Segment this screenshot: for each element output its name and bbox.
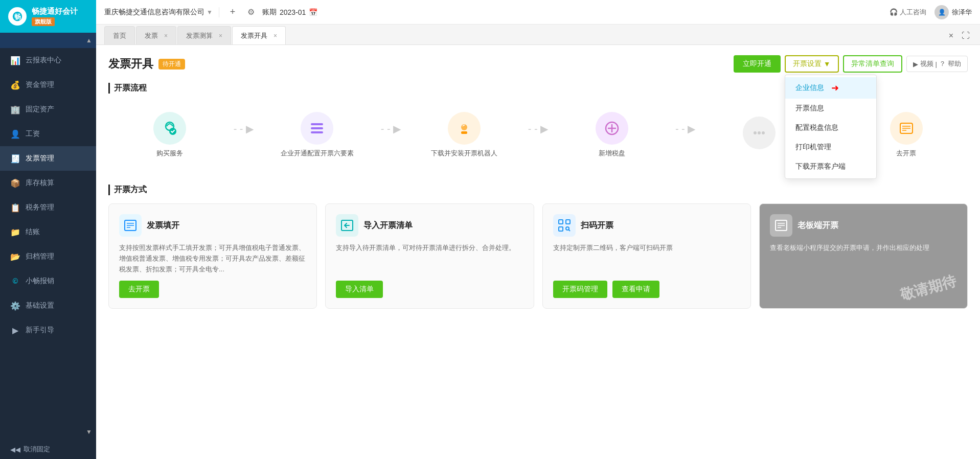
consult-label: 人工咨询	[900, 8, 926, 17]
header-user[interactable]: 👤 徐泽华	[935, 5, 972, 19]
sidebar-item-inventory[interactable]: 📦 库存核算	[0, 171, 96, 195]
unpin-icon: ◀◀	[10, 446, 20, 453]
sidebar-item-basic-settings[interactable]: ⚙️ 基础设置	[0, 293, 96, 318]
activate-button[interactable]: 立即开通	[734, 55, 781, 73]
fill-invoice-btn[interactable]: 去开票	[119, 281, 159, 298]
sidebar-scroll-up[interactable]: ▲	[0, 33, 96, 48]
settings-dropdown: 企业信息 ➜ 开票信息 配置税盘信息 打印机管理	[785, 75, 877, 179]
archive-icon: 📂	[10, 251, 20, 262]
headset-icon: 🎧	[890, 8, 898, 16]
sidebar-item-salary[interactable]: 👤 工资	[0, 122, 96, 146]
sidebar-item-label: 固定资产	[26, 105, 54, 114]
video-help-btn[interactable]: ▶ 视频 | ？ 帮助	[906, 56, 968, 72]
settlement-icon: 📁	[10, 227, 20, 237]
flow-step-icon-go-invoice	[890, 112, 923, 145]
company-name: 重庆畅捷交通信息咨询有限公司	[104, 8, 204, 17]
invoice-mgmt-icon: 🧾	[10, 153, 20, 164]
sidebar-item-new-guide[interactable]: ▶ 新手引导	[0, 318, 96, 342]
dropdown-item-invoice-info[interactable]: 开票信息	[785, 99, 876, 118]
dropdown-item-download-client[interactable]: 下载开票客户端	[785, 157, 876, 176]
boss-invoice-desc: 查看老板端小程序提交的开票申请，并作出相应的处理	[770, 243, 957, 254]
method-card-fill-invoice: 发票填开 支持按照发票样式手工填开发票；可开具增值税电子普通发票、增值税普通发票…	[108, 203, 317, 309]
sidebar-item-tax-mgmt[interactable]: 📋 税务管理	[0, 195, 96, 220]
sidebar-item-fixed-assets[interactable]: 🏢 固定资产	[0, 97, 96, 122]
header-company[interactable]: 重庆畅捷交通信息咨询有限公司 ▼	[104, 8, 213, 17]
method-card-import-list-header: 导入开票清单	[336, 214, 523, 237]
tab-close-all-button[interactable]: ×	[947, 29, 955, 42]
tab-invoice-open-label: 发票开具	[241, 31, 267, 40]
scan-invoice-desc: 支持定制开票二维码，客户端可扫码开票	[553, 243, 740, 254]
logo-icon: 畅	[8, 7, 27, 26]
qrcode-mgmt-btn[interactable]: 开票码管理	[553, 281, 607, 298]
boss-invoice-title: 老板端开票	[797, 220, 838, 231]
report-sales-icon: ©	[10, 276, 20, 286]
tab-invoice-calc[interactable]: 发票测算 ×	[177, 26, 231, 44]
flow-step-label-download: 下载并安装开票机器人	[431, 149, 497, 158]
svg-rect-25	[566, 220, 570, 224]
header-add-button[interactable]: +	[225, 5, 240, 19]
page-actions: 立即开通 开票设置 ▼ 企业信息 ➜	[734, 55, 968, 73]
sidebar-item-label: 归档管理	[26, 252, 54, 261]
sidebar-scroll-down[interactable]: ▼	[0, 424, 96, 440]
main-area: 重庆畅捷交通信息咨询有限公司 ▼ + ⚙ 账期 2023-01 📅 🎧 人工咨询…	[96, 0, 980, 459]
period-value: 2023-01	[280, 8, 306, 16]
play-icon: ▶	[913, 60, 918, 68]
user-name: 徐泽华	[952, 8, 972, 17]
tab-bar-right-controls: × ⛶	[947, 29, 972, 44]
tab-home[interactable]: 首页	[104, 26, 135, 44]
sidebar-unpin-btn[interactable]: ◀◀ 取消固定	[0, 440, 96, 459]
status-badge: 待开通	[158, 59, 185, 70]
sidebar-item-label: 税务管理	[26, 203, 54, 212]
sidebar-item-settlement[interactable]: 📁 结账	[0, 220, 96, 244]
scan-invoice-btns: 开票码管理 查看申请	[553, 281, 740, 298]
svg-rect-26	[559, 227, 563, 231]
settings-chevron-icon: ▼	[824, 60, 831, 68]
tab-invoice-open-close[interactable]: ×	[274, 32, 277, 39]
tab-invoice-close[interactable]: ×	[164, 32, 168, 39]
dropdown-item-company-info[interactable]: 企业信息 ➜	[785, 77, 876, 99]
view-apply-btn[interactable]: 查看申请	[612, 281, 659, 298]
sidebar-item-invoice-mgmt[interactable]: 🧾 发票管理	[0, 146, 96, 171]
page-title-row: 发票开具 待开通 立即开通 开票设置 ▼ 企业信息	[108, 55, 968, 73]
logo-main-text: 畅捷通好会计	[32, 7, 78, 16]
sidebar-item-archive[interactable]: 📂 归档管理	[0, 244, 96, 269]
header-settings-button[interactable]: ⚙	[244, 5, 258, 19]
period-label: 账期	[262, 8, 277, 17]
tab-bar: 首页 发票 × 发票测算 × 发票开具 × × ⛶	[96, 25, 980, 45]
flow-arrow-1: - - ▶	[234, 123, 254, 147]
sidebar: 畅 畅捷通好会计 旗舰版 ▲ 📊 云报表中心 💰 资金管理 🏢 固定资产	[0, 0, 96, 459]
abnormal-list-button[interactable]: 异常清单查询	[843, 55, 902, 73]
printer-mgmt-label: 打印机管理	[795, 143, 831, 152]
calendar-icon[interactable]: 📅	[309, 8, 317, 16]
sidebar-item-cloud-report[interactable]: 📊 云报表中心	[0, 48, 96, 73]
boss-invoice-icon	[770, 214, 792, 237]
tab-invoice[interactable]: 发票 ×	[136, 26, 176, 44]
avatar: 👤	[935, 5, 949, 19]
tab-invoice-open[interactable]: 发票开具 ×	[232, 26, 286, 44]
tab-maximize-button[interactable]: ⛶	[960, 29, 972, 42]
sidebar-item-fund-mgmt[interactable]: 💰 资金管理	[0, 73, 96, 97]
logo-text-container: 畅捷通好会计 旗舰版	[32, 7, 78, 26]
scan-invoice-icon	[553, 214, 576, 237]
tab-invoice-calc-close[interactable]: ×	[219, 32, 222, 39]
method-card-import-list: 导入开票清单 支持导入待开票清单，可对待开票清单进行拆分、合并处理。 导入清单	[325, 203, 534, 309]
dropdown-item-tax-config[interactable]: 配置税盘信息	[785, 118, 876, 137]
methods-section-title: 开票方式	[108, 185, 968, 195]
download-client-label: 下载开票客户端	[795, 162, 846, 171]
header-divider-1	[219, 7, 219, 17]
settings-button[interactable]: 开票设置 ▼	[785, 55, 839, 73]
header-consult-btn[interactable]: 🎧 人工咨询	[890, 8, 926, 17]
import-list-desc: 支持导入待开票清单，可对待开票清单进行拆分、合并处理。	[336, 243, 523, 254]
sidebar-item-label: 结账	[26, 227, 40, 237]
avatar-icon: 👤	[938, 9, 946, 16]
import-list-btn[interactable]: 导入清单	[336, 281, 383, 298]
sidebar-item-label: 小畅报销	[26, 277, 54, 286]
company-info-label: 企业信息	[795, 83, 824, 93]
sidebar-item-report-sales[interactable]: © 小畅报销	[0, 269, 96, 293]
scan-invoice-title: 扫码开票	[581, 220, 613, 231]
flow-step-icon-taxdisk	[596, 112, 628, 145]
unpin-label: 取消固定	[24, 445, 50, 454]
svg-rect-4	[311, 123, 323, 125]
dropdown-item-printer-mgmt[interactable]: 打印机管理	[785, 137, 876, 157]
method-card-scan-invoice: 扫码开票 支持定制开票二维码，客户端可扫码开票 开票码管理 查看申请	[542, 203, 751, 309]
